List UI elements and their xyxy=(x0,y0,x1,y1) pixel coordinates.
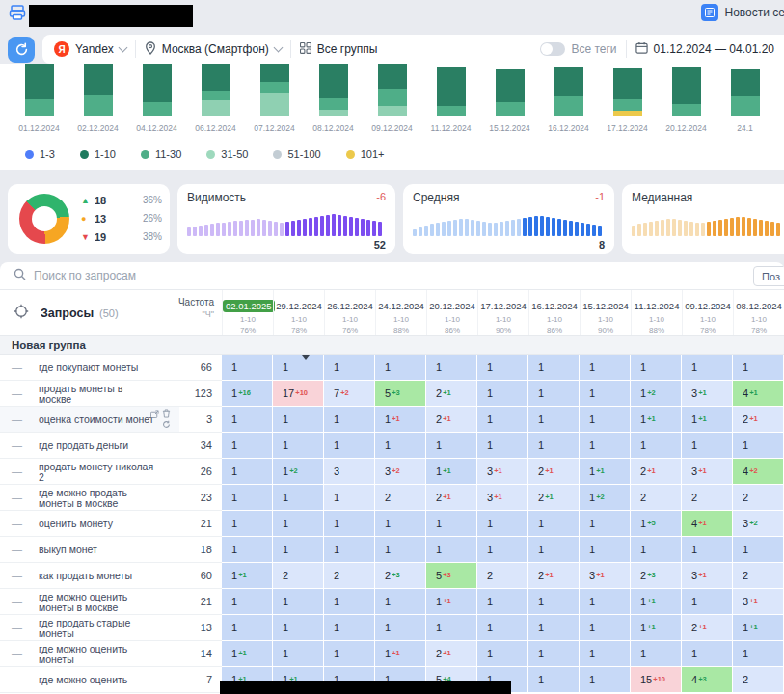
position-cell[interactable]: 2 xyxy=(324,563,375,589)
printer-icon[interactable] xyxy=(8,3,27,26)
row-handle[interactable]: — xyxy=(12,649,22,659)
frequency-header[interactable]: Частота "Ч" xyxy=(178,290,222,335)
position-cell[interactable]: 5+3 xyxy=(375,381,426,407)
search-input[interactable] xyxy=(34,269,323,282)
position-cell[interactable]: 1 xyxy=(426,355,477,381)
position-cell[interactable]: 2+3 xyxy=(375,563,426,589)
position-cell[interactable]: 1 xyxy=(222,459,273,485)
position-cell[interactable]: 1 xyxy=(477,433,528,459)
position-cell[interactable]: 1 xyxy=(477,615,528,641)
row-handle[interactable]: — xyxy=(12,467,22,477)
position-cell[interactable]: 3+2 xyxy=(375,459,426,485)
position-cell[interactable]: 1 xyxy=(222,485,273,511)
position-cell[interactable]: 1 xyxy=(477,355,528,381)
position-cell[interactable]: 2 xyxy=(631,485,682,511)
date-column-header[interactable]: 20.12.20241-1086% xyxy=(426,290,477,335)
position-cell[interactable]: 2+1 xyxy=(426,381,477,407)
position-cell[interactable]: 1 xyxy=(528,433,580,459)
refresh-button[interactable] xyxy=(8,37,35,63)
query-label[interactable]: где продать деньги xyxy=(39,440,128,451)
query-cell[interactable]: —продать монету николая 2 xyxy=(0,459,179,485)
chart-bar[interactable] xyxy=(319,64,348,116)
position-cell[interactable]: 1 xyxy=(324,511,375,537)
position-cell[interactable]: 1 xyxy=(580,615,631,641)
chart-bar[interactable] xyxy=(672,64,701,116)
position-cell[interactable]: 1 xyxy=(477,511,528,537)
query-label[interactable]: оценка стоимости монет xyxy=(39,414,154,425)
position-cell[interactable]: 4+3 xyxy=(682,667,733,693)
position-cell[interactable]: 1+1 xyxy=(426,589,477,615)
position-cell[interactable]: 1 xyxy=(375,433,426,459)
position-cell[interactable]: 1 xyxy=(733,433,784,459)
position-cell[interactable]: 1 xyxy=(273,537,324,563)
position-cell[interactable]: 1 xyxy=(631,641,682,667)
position-cell[interactable]: 1 xyxy=(324,485,375,511)
toggle-switch[interactable] xyxy=(540,42,565,56)
position-cell[interactable]: 1+5 xyxy=(631,511,682,537)
chart-bar[interactable] xyxy=(25,64,54,116)
groups-selector[interactable]: Все группы xyxy=(300,42,378,57)
position-cell[interactable]: 1 xyxy=(273,615,324,641)
position-cell[interactable]: 1 xyxy=(375,537,426,563)
legend-item[interactable]: 31-50 xyxy=(206,148,248,160)
position-cell[interactable]: 1 xyxy=(477,537,528,563)
position-cell[interactable]: 1 xyxy=(477,641,528,667)
position-cell[interactable]: 1 xyxy=(580,381,631,407)
position-cell[interactable]: 1 xyxy=(528,511,580,537)
position-cell[interactable]: 1+1 xyxy=(733,615,784,641)
position-cell[interactable]: 2 xyxy=(682,485,733,511)
date-column-header[interactable]: 24.12.20241-1088% xyxy=(375,290,426,335)
query-label[interactable]: где можно оценить xyxy=(39,675,127,685)
query-cell[interactable]: —оценить монету xyxy=(0,511,179,537)
position-cell[interactable]: 1+1 xyxy=(222,563,273,589)
date-column-header[interactable]: 02.01.20251-1076% xyxy=(222,290,273,335)
position-cell[interactable]: 4+1 xyxy=(733,381,784,407)
position-cell[interactable]: 1 xyxy=(580,667,631,693)
legend-item[interactable]: 1-10 xyxy=(80,148,116,160)
query-cell[interactable]: —где продать старые монеты xyxy=(0,615,179,641)
position-cell[interactable]: 1 xyxy=(580,641,631,667)
position-cell[interactable]: 1 xyxy=(375,589,426,615)
row-handle[interactable]: — xyxy=(12,493,22,503)
position-cell[interactable]: 1 xyxy=(273,407,324,433)
position-cell[interactable]: 1 xyxy=(375,355,426,381)
position-cell[interactable]: 1+1 xyxy=(631,615,682,641)
chart-bar[interactable] xyxy=(496,64,525,116)
query-cell[interactable]: —где продать деньги xyxy=(0,433,179,459)
position-cell[interactable]: 1 xyxy=(222,537,273,563)
chart-bar[interactable] xyxy=(84,64,113,116)
position-cell[interactable]: 1 xyxy=(528,355,580,381)
position-cell[interactable]: 1+1 xyxy=(580,459,631,485)
position-cell[interactable]: 1 xyxy=(528,381,580,407)
position-cell[interactable]: 1 xyxy=(631,537,682,563)
position-cell[interactable]: 1 xyxy=(477,381,528,407)
position-cell[interactable]: 1 xyxy=(426,615,477,641)
position-cell[interactable]: 1 xyxy=(426,537,477,563)
date-range-picker[interactable]: 01.12.2024 — 04.01.20 xyxy=(635,41,774,57)
position-cell[interactable]: 1+1 xyxy=(631,589,682,615)
search-engine-selector[interactable]: Я Yandex xyxy=(54,41,126,57)
position-cell[interactable]: 3+1 xyxy=(733,589,784,615)
position-cell[interactable]: 2+1 xyxy=(426,485,477,511)
chart-bar[interactable] xyxy=(554,64,583,116)
query-label[interactable]: как продать монеты xyxy=(39,571,132,581)
position-cell[interactable]: 1 xyxy=(477,407,528,433)
position-cell[interactable]: 1 xyxy=(528,615,580,641)
position-cell[interactable]: 3+1 xyxy=(477,485,528,511)
position-cell[interactable]: 3 xyxy=(324,459,375,485)
position-cell[interactable]: 1+2 xyxy=(580,485,631,511)
date-column-header[interactable]: 17.12.20241-1090% xyxy=(477,290,528,335)
query-label[interactable]: где можно оценить монеты в москве xyxy=(39,592,154,613)
position-cell[interactable]: 1 xyxy=(580,407,631,433)
query-cell[interactable]: —где можно оценить монеты xyxy=(0,641,179,667)
query-label[interactable]: где можно оценить монеты xyxy=(39,644,154,665)
position-cell[interactable]: 5+3 xyxy=(426,563,477,589)
position-cell[interactable]: 1 xyxy=(222,355,273,381)
position-cell[interactable]: 1 xyxy=(580,355,631,381)
position-cell[interactable]: 4+1 xyxy=(682,511,733,537)
position-cell[interactable]: 1 xyxy=(528,641,580,667)
position-cell[interactable]: 3+1 xyxy=(682,381,733,407)
row-handle[interactable]: — xyxy=(12,388,22,399)
query-label[interactable]: оценить монету xyxy=(39,519,113,529)
position-cell[interactable]: 1 xyxy=(324,355,375,381)
